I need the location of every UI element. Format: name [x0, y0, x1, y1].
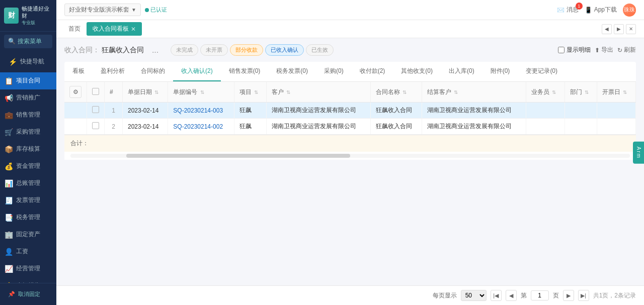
td-checkbox[interactable] [87, 119, 105, 135]
contract-status-actions: 未完成 未开票 部分收款 已收入确认 已生效 [171, 44, 334, 56]
sidebar-item-marketing[interactable]: 📢 营销推广 [0, 89, 56, 107]
first-page-button[interactable]: |◀ [491, 290, 502, 301]
tab-change-log[interactable]: 变更记录(0) [518, 62, 566, 81]
sidebar-item-sales[interactable]: 💼 销售管理 [0, 107, 56, 124]
content-area: 收入合同： 狂飙收入合同 ... 未完成 未开票 部分收款 已收入确认 已生效 … [56, 38, 644, 285]
sidebar-item-tax[interactable]: 📑 税务管理 [0, 209, 56, 226]
table-row[interactable]: 1 2023-02-14 SQ-20230214-003 狂飙 湖南卫视商业运营… [64, 103, 636, 119]
invoice-icon: 🧾 [4, 196, 13, 205]
sidebar-item-label: 总账管理 [16, 179, 40, 187]
sidebar-item-invoice[interactable]: 🧾 发票管理 [0, 192, 56, 209]
sidebar-item-label: 税务管理 [16, 213, 40, 222]
tab-purchase[interactable]: 采购(0) [316, 62, 352, 81]
row-checkbox[interactable] [92, 122, 99, 129]
tab-payment[interactable]: 收付款(2) [352, 62, 393, 81]
code-link[interactable]: SQ-20230214-002 [173, 123, 223, 130]
sidebar-item-general[interactable]: 📊 总账管理 [0, 175, 56, 192]
gear-button[interactable]: ⚙ [69, 86, 82, 98]
refresh-button[interactable]: ↻ 刷新 [617, 46, 636, 54]
show-details-checkbox[interactable] [558, 47, 565, 53]
tab-sales-invoice[interactable]: 销售发票(0) [221, 62, 269, 81]
page-size-select[interactable]: 20 50 100 [461, 290, 487, 301]
row-checkbox[interactable] [92, 106, 99, 113]
table-row[interactable]: 2 2023-02-14 SQ-20230214-002 狂飙 湖南卫视商业运营… [64, 119, 636, 135]
sidebar-item-report[interactable]: 🔔 小畅报告 [0, 277, 56, 283]
show-details-checkbox-label[interactable]: 显示明细 [558, 46, 591, 54]
td-checkbox[interactable] [87, 103, 105, 119]
next-page-button[interactable]: ▶ [563, 290, 574, 301]
sidebar-item-assets[interactable]: 🏢 固定资产 [0, 226, 56, 243]
status-uncomplete[interactable]: 未完成 [171, 44, 198, 56]
td-settlement-customer: 湖南卫视商业运营发展有限公司 [422, 119, 526, 135]
income-contract-tab[interactable]: 收入合同看板 ✕ [87, 22, 142, 36]
export-button[interactable]: ⬆ 导出 [595, 46, 613, 54]
tab-kanban[interactable]: 看板 [64, 62, 93, 81]
sidebar-item-project[interactable]: 📋 项目合同 [0, 72, 56, 89]
tab-income-confirm[interactable]: 收入确认(2) [173, 62, 221, 81]
td-date: 2023-02-14 [123, 119, 168, 135]
sidebar-item-funds[interactable]: 💰 资金管理 [0, 158, 56, 175]
tab-contract-standard[interactable]: 合同标的 [133, 62, 173, 81]
funds-icon: 💰 [4, 162, 13, 171]
sidebar-item-label: 库存核算 [16, 145, 40, 153]
sidebar-item-quick-nav[interactable]: ⚡ 快捷导航 [4, 53, 52, 70]
th-gear: ⚙ [64, 82, 87, 103]
td-code: SQ-20230214-003 [168, 103, 234, 119]
td-num: 2 [105, 119, 123, 135]
tab-next-button[interactable]: ▶ [614, 24, 624, 34]
contract-name: 狂飙收入合同 [102, 46, 144, 54]
td-project: 狂飙 [234, 119, 266, 135]
quick-nav-item[interactable]: ⚡ 快捷导航 [0, 51, 56, 72]
th-department[interactable]: 部门 ⇅ [565, 82, 597, 103]
main-area: 好业财专业版演示帐套 ▼ 已认证 ✉️ 1 消息 📱 App下载 珠珠 [56, 0, 644, 305]
tab-attachment[interactable]: 附件(0) [482, 62, 518, 81]
sidebar-item-inventory[interactable]: 📦 库存核算 [0, 141, 56, 158]
sidebar-item-purchase[interactable]: 🛒 采购管理 [0, 124, 56, 141]
th-open-date[interactable]: 开票日 ⇅ [597, 82, 635, 103]
status-confirmed[interactable]: 已收入确认 [265, 44, 304, 56]
sidebar-item-hr[interactable]: 👤 工资 [0, 243, 56, 260]
scrollbar-track [70, 154, 630, 158]
certified-dot [145, 8, 149, 12]
last-page-button[interactable]: ▶| [578, 290, 589, 301]
header-checkbox[interactable] [92, 88, 99, 95]
tab-profit[interactable]: 盈利分析 [93, 62, 133, 81]
tab-close-all-button[interactable]: ✕ [626, 24, 636, 34]
scrollbar-thumb[interactable] [126, 154, 350, 158]
assets-icon: 🏢 [4, 230, 13, 239]
page-input[interactable] [531, 290, 549, 300]
search-menu-button[interactable]: 🔍 搜索菜单 [4, 35, 52, 48]
home-tab[interactable]: 首页 [64, 25, 85, 33]
th-date[interactable]: 单据日期 ⇅ [123, 82, 168, 103]
th-settlement-customer[interactable]: 结算客户 ⇅ [422, 82, 526, 103]
tab-other-income[interactable]: 其他收支(0) [393, 62, 441, 81]
code-link[interactable]: SQ-20230214-003 [173, 107, 223, 114]
cancel-fixed-button[interactable]: 📌 取消固定 [4, 287, 52, 301]
td-project: 狂飙 [234, 103, 266, 119]
prev-page-button[interactable]: ◀ [506, 290, 517, 301]
app-download-action[interactable]: 📱 App下载 [585, 6, 617, 14]
user-avatar[interactable]: 珠珠 [623, 4, 636, 17]
contract-prefix: 收入合同： [64, 46, 100, 54]
floating-label: Arm [636, 146, 641, 158]
sidebar-item-ops[interactable]: 📈 经营管理 [0, 260, 56, 277]
page-text2: 页 [553, 291, 559, 300]
td-date: 2023-02-14 [123, 103, 168, 119]
status-effective[interactable]: 已生效 [306, 44, 334, 56]
tab-close-button[interactable]: ✕ [131, 26, 136, 33]
th-customer[interactable]: 客户 ⇅ [266, 82, 370, 103]
status-partial-collect[interactable]: 部分收款 [230, 44, 263, 56]
floating-arm-button[interactable]: Arm [633, 141, 644, 163]
th-contract-name[interactable]: 合同名称 ⇅ [370, 82, 422, 103]
contract-title: 收入合同： 狂飙收入合同 [64, 46, 144, 55]
tab-prev-button[interactable]: ◀ [602, 24, 612, 34]
more-button[interactable]: ... [150, 46, 160, 55]
th-code[interactable]: 单据编号 ⇅ [168, 82, 234, 103]
th-project[interactable]: 项目 ⇅ [234, 82, 266, 103]
tab-out-in-stock[interactable]: 出入库(0) [441, 62, 482, 81]
company-selector[interactable]: 好业财专业版演示帐套 ▼ [64, 4, 141, 16]
status-uninvoiced[interactable]: 未开票 [200, 44, 228, 56]
message-action[interactable]: ✉️ 1 消息 [557, 6, 579, 14]
th-salesman[interactable]: 业务员 ⇅ [526, 82, 565, 103]
tab-tax-invoice[interactable]: 税务发票(0) [268, 62, 316, 81]
